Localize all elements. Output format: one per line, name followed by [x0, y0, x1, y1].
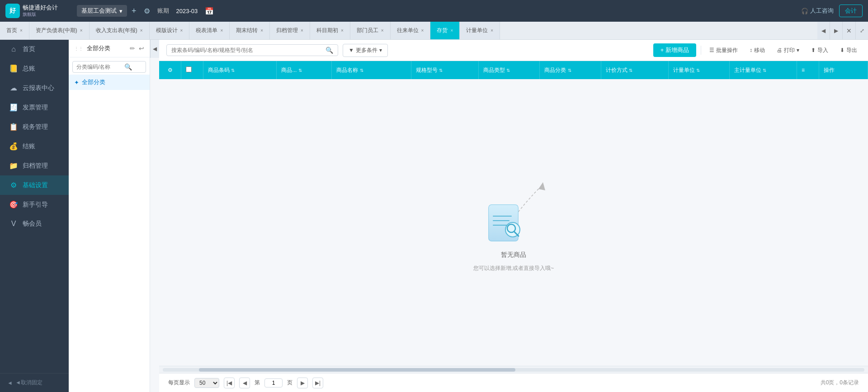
tab-label: 部门员工 [357, 27, 378, 34]
more-filter-button[interactable]: ▼ 更多条件 ▾ [343, 44, 388, 57]
prev-page-button[interactable]: ◀ [239, 378, 250, 388]
sidebar-toggle-pin[interactable]: ◄ ◄取消固定 [0, 373, 69, 392]
table-header: ⚙商品条码 ⇅商品... ⇅商品名称 ⇅规格型号 ⇅商品类型 ⇅商品分类 ⇅计价… [159, 61, 868, 79]
batch-op-button[interactable]: ☰ 批量操作 [706, 45, 741, 56]
tab-首页[interactable]: 首页× [0, 22, 29, 40]
tab-往来单位[interactable]: 往来单位× [391, 22, 431, 40]
select-all-checkbox[interactable] [186, 66, 192, 72]
tab-close-icon[interactable]: × [80, 28, 83, 33]
sidebar-item-税务管理[interactable]: 📋税务管理 [0, 117, 69, 137]
next-page-button[interactable]: ▶ [297, 378, 308, 388]
print-button[interactable]: 🖨 打印 ▾ [773, 45, 803, 56]
col-商品类型[interactable]: 商品类型 ⇅ [479, 61, 540, 79]
tab-close-icon[interactable]: × [260, 28, 263, 33]
tab-税表清单[interactable]: 税表清单× [189, 22, 230, 40]
sort-icon: ⇅ [568, 68, 571, 73]
col-主计量单位[interactable]: 主计量单位 ⇅ [730, 61, 797, 79]
tab-部门员工[interactable]: 部门员工× [350, 22, 391, 40]
left-panel: ⋮⋮ 全部分类 ✏ ↩ 🔍 [69, 40, 150, 392]
first-page-button[interactable]: |◀ [224, 378, 235, 388]
tab-close-all[interactable]: ✕ [843, 22, 855, 40]
last-page-button[interactable]: ▶| [312, 378, 323, 388]
col-操作: 操作 [819, 61, 868, 79]
empty-main-text: 暂无商品 [501, 251, 526, 259]
move-button[interactable]: ↕ 移动 [746, 45, 769, 56]
tab-expand[interactable]: ⤢ [855, 22, 868, 40]
project-selector[interactable]: 基层工会测试 ▾ [77, 5, 127, 17]
period-label: 账期 [157, 7, 169, 15]
tab-收入支出表(年报)[interactable]: 收入支出表(年报)× [90, 22, 150, 40]
export-button[interactable]: ⬇ 导出 [836, 45, 861, 56]
page-input[interactable] [264, 378, 283, 387]
tab-close-icon[interactable]: × [450, 28, 453, 33]
sidebar-item-新手引导[interactable]: 🎯新手引导 [0, 195, 69, 214]
tab-close-icon[interactable]: × [491, 28, 493, 33]
sidebar-item-归档管理[interactable]: 📁归档管理 [0, 156, 69, 175]
col-计价方式[interactable]: 计价方式 ⇅ [601, 61, 668, 79]
tab-期末结转[interactable]: 期末结转× [230, 22, 270, 40]
tab-close-icon[interactable]: × [20, 28, 23, 33]
toolbar-search-input[interactable] [171, 47, 323, 53]
ai-consult-button[interactable]: 🎧 人工咨询 [801, 7, 834, 15]
settings-button[interactable]: ⚙ [144, 7, 150, 15]
sidebar-icon: ⌂ [9, 45, 18, 53]
horizontal-scrollbar[interactable] [159, 366, 868, 373]
add-tab-button[interactable]: + [132, 6, 137, 16]
scroll-thumb[interactable] [199, 368, 515, 372]
content-panels: ⋮⋮ 全部分类 ✏ ↩ 🔍 [69, 40, 868, 392]
sidebar-icon: 📁 [9, 161, 18, 170]
tab-模版设计[interactable]: 模版设计× [150, 22, 190, 40]
panel-header-icons: ✏ ↩ [130, 45, 144, 52]
sidebar-item-首页[interactable]: ⌂首页 [0, 40, 69, 59]
sidebar-item-总账[interactable]: 📒总账 [0, 59, 69, 78]
collapse-panel-button[interactable]: ◀ [150, 40, 159, 58]
sidebar-item-云报表中心[interactable]: ☁云报表中心 [0, 78, 69, 98]
tab-close-icon[interactable]: × [341, 28, 344, 33]
tab-close-icon[interactable]: × [301, 28, 303, 33]
tab-close-icon[interactable]: × [421, 28, 424, 33]
col-规格型号[interactable]: 规格型号 ⇅ [411, 61, 479, 79]
tab-计量单位[interactable]: 计量单位× [460, 22, 500, 40]
tab-close-icon[interactable]: × [180, 28, 183, 33]
tab-资产负债表(中期)[interactable]: 资产负债表(中期)× [29, 22, 90, 40]
tab-close-icon[interactable]: × [381, 28, 384, 33]
tab-close-icon[interactable]: × [220, 28, 223, 33]
import-button[interactable]: ⬆ 导入 [807, 45, 832, 56]
tab-存货[interactable]: 存货× [430, 22, 460, 40]
app-name: 畅捷通好会计 [23, 4, 58, 11]
per-page-select[interactable]: 50 20 100 [194, 378, 219, 388]
divider-1 [701, 46, 701, 55]
tab-scroll-right[interactable]: ▶ [830, 22, 843, 40]
content-area: ⋮⋮ 全部分类 ✏ ↩ 🔍 [69, 40, 868, 392]
top-center: + ⚙ 账期 2023-03 📅 [132, 6, 797, 16]
scroll-track[interactable] [163, 368, 864, 372]
col-商品条码[interactable]: 商品条码 ⇅ [203, 61, 276, 79]
tab-label: 计量单位 [466, 27, 488, 34]
sidebar-item-基础设置[interactable]: ⚙基础设置 [0, 175, 69, 195]
tab-close-icon[interactable]: × [140, 28, 143, 33]
toolbar-search-icon[interactable]: 🔍 [326, 47, 333, 54]
all-category-item[interactable]: ✦ 全部分类 [69, 75, 150, 90]
tab-归档管理[interactable]: 归档管理× [270, 22, 310, 40]
col-商品分类[interactable]: 商品分类 ⇅ [540, 61, 601, 79]
left-search-icon[interactable]: 🔍 [124, 63, 132, 71]
col-商品...[interactable]: 商品... ⇅ [277, 61, 332, 79]
col-商品名称[interactable]: 商品名称 ⇅ [332, 61, 411, 79]
sidebar-item-发票管理[interactable]: 🧾发票管理 [0, 98, 69, 117]
sidebar-item-结账[interactable]: 💰结账 [0, 137, 69, 156]
doc-icon-wrap [486, 200, 523, 241]
kuaiji-button[interactable]: 会计 [839, 5, 863, 17]
left-search-input[interactable] [76, 64, 122, 70]
period-value: 2023-03 [176, 8, 198, 14]
sidebar-item-畅会员[interactable]: V畅会员 [0, 214, 69, 233]
col-计量单位[interactable]: 计量单位 ⇅ [668, 61, 729, 79]
calendar-icon[interactable]: 📅 [205, 7, 214, 15]
toolbar-search-box[interactable]: 🔍 [166, 44, 338, 56]
refresh-icon[interactable]: ↩ [139, 45, 144, 52]
add-product-button[interactable]: + 新增商品 [653, 43, 696, 57]
left-search-box[interactable]: 🔍 [72, 61, 146, 73]
tab-scroll-left[interactable]: ◀ [817, 22, 830, 40]
edit-icon[interactable]: ✏ [130, 45, 135, 52]
per-page-label: 每页显示 [168, 379, 190, 387]
tab-科目期初[interactable]: 科目期初× [310, 22, 350, 40]
